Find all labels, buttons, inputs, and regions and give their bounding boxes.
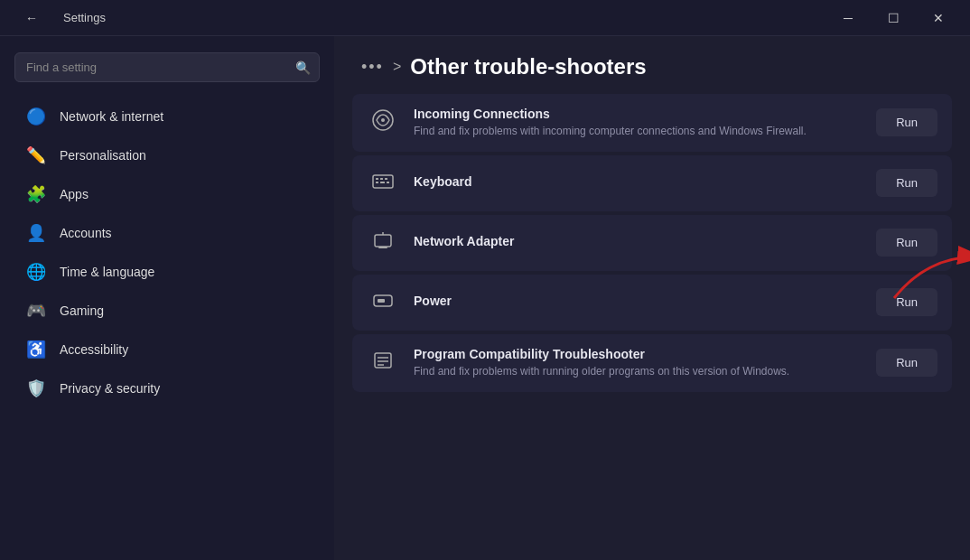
titlebar: ← Settings ─ ☐ ✕	[0, 0, 970, 36]
svg-rect-7	[380, 182, 385, 183]
close-button[interactable]: ✕	[918, 4, 959, 33]
titlebar-controls: ─ ☐ ✕	[827, 4, 959, 33]
search-icon: 🔍	[295, 61, 311, 75]
svg-rect-5	[385, 178, 387, 180]
svg-rect-4	[380, 178, 383, 180]
titlebar-left: ← Settings	[11, 4, 106, 33]
ts-info-power: Power	[414, 294, 862, 311]
run-button-keyboard[interactable]: Run	[876, 169, 937, 197]
svg-rect-10	[378, 247, 387, 248]
ts-item-power: Power Run	[352, 275, 952, 331]
keyboard-icon	[367, 168, 399, 199]
ts-item-network-adapter: Network Adapter Run	[352, 215, 952, 271]
svg-rect-9	[375, 235, 391, 247]
svg-point-1	[381, 118, 385, 122]
minimize-icon: ─	[844, 11, 853, 25]
ts-info-keyboard: Keyboard	[414, 174, 862, 191]
minimize-button[interactable]: ─	[827, 4, 869, 33]
maximize-button[interactable]: ☐	[872, 4, 914, 33]
run-button-program-compat[interactable]: Run	[876, 349, 937, 377]
ts-item-program-compat: Program Compatibility Troubleshooter Fin…	[352, 334, 952, 392]
page-title: Other trouble-shooters	[410, 54, 646, 79]
power-icon	[367, 287, 399, 318]
sidebar: 🔍 🔵 Network & internet ✏️ Personalisatio…	[0, 36, 334, 560]
gaming-icon: 🎮	[25, 301, 47, 321]
content-area: ••• > Other trouble-shooters Incoming Co…	[334, 36, 970, 560]
back-icon: ←	[25, 11, 38, 25]
program-compat-icon	[367, 348, 399, 378]
back-button[interactable]: ←	[11, 4, 52, 33]
sidebar-label-personalisation: Personalisation	[60, 148, 146, 163]
main-layout: 🔍 🔵 Network & internet ✏️ Personalisatio…	[0, 36, 970, 560]
sidebar-item-accounts[interactable]: 👤 Accounts	[7, 214, 327, 252]
sidebar-label-time: Time & language	[60, 265, 154, 279]
sidebar-label-accounts: Accounts	[60, 226, 112, 240]
sidebar-item-privacy[interactable]: 🛡️ Privacy & security	[7, 369, 327, 407]
run-button-network-adapter[interactable]: Run	[876, 229, 937, 257]
sidebar-label-network: Network & internet	[60, 109, 163, 124]
network-icon: 🔵	[25, 107, 47, 126]
breadcrumb-separator: >	[393, 59, 401, 75]
ts-item-incoming-connections: Incoming Connections Find and fix proble…	[352, 94, 952, 152]
svg-rect-3	[376, 178, 378, 180]
sidebar-item-accessibility[interactable]: ♿ Accessibility	[7, 331, 327, 369]
sidebar-item-apps[interactable]: 🧩 Apps	[7, 175, 327, 213]
svg-rect-8	[387, 182, 389, 183]
ts-info-incoming-connections: Incoming Connections Find and fix proble…	[414, 107, 862, 139]
content-header: ••• > Other trouble-shooters	[334, 36, 970, 94]
time-icon: 🌐	[25, 262, 47, 282]
privacy-icon: 🛡️	[25, 378, 47, 398]
ts-name-program-compat: Program Compatibility Troubleshooter	[414, 347, 862, 361]
search-input[interactable]	[14, 52, 320, 82]
personalisation-icon: ✏️	[25, 145, 47, 165]
ts-desc-incoming-connections: Find and fix problems with incoming comp…	[414, 124, 862, 139]
sidebar-item-network[interactable]: 🔵 Network & internet	[7, 98, 327, 135]
svg-rect-13	[378, 299, 385, 303]
sidebar-label-privacy: Privacy & security	[60, 381, 160, 396]
run-button-incoming-connections[interactable]: Run	[876, 108, 937, 136]
close-icon: ✕	[933, 11, 944, 25]
ts-info-program-compat: Program Compatibility Troubleshooter Fin…	[414, 347, 862, 379]
run-button-power[interactable]: Run	[876, 288, 937, 316]
sidebar-label-gaming: Gaming	[60, 303, 104, 318]
ts-name-incoming-connections: Incoming Connections	[414, 107, 862, 121]
troubleshooters-list: Incoming Connections Find and fix proble…	[334, 94, 970, 392]
sidebar-item-personalisation[interactable]: ✏️ Personalisation	[7, 136, 327, 174]
sidebar-items-container: 🔵 Network & internet ✏️ Personalisation …	[0, 97, 334, 408]
ts-desc-program-compat: Find and fix problems with running older…	[414, 364, 862, 379]
sidebar-item-time[interactable]: 🌐 Time & language	[7, 253, 327, 291]
ts-name-power: Power	[414, 294, 862, 308]
sidebar-item-gaming[interactable]: 🎮 Gaming	[7, 292, 327, 330]
ts-item-keyboard: Keyboard Run	[352, 155, 952, 211]
accounts-icon: 👤	[25, 223, 47, 243]
sidebar-label-accessibility: Accessibility	[60, 342, 128, 357]
accessibility-icon: ♿	[25, 340, 47, 359]
network-adapter-icon	[367, 228, 399, 258]
titlebar-title: Settings	[63, 11, 106, 24]
ts-name-network-adapter: Network Adapter	[414, 234, 862, 248]
sidebar-label-apps: Apps	[60, 187, 89, 201]
ts-name-keyboard: Keyboard	[414, 174, 862, 189]
incoming-connections-icon	[367, 107, 399, 138]
breadcrumb-dots: •••	[361, 58, 384, 77]
apps-icon: 🧩	[25, 184, 47, 204]
svg-rect-6	[376, 182, 378, 183]
maximize-icon: ☐	[888, 11, 900, 25]
search-container: 🔍	[14, 52, 320, 82]
ts-info-network-adapter: Network Adapter	[414, 234, 862, 251]
